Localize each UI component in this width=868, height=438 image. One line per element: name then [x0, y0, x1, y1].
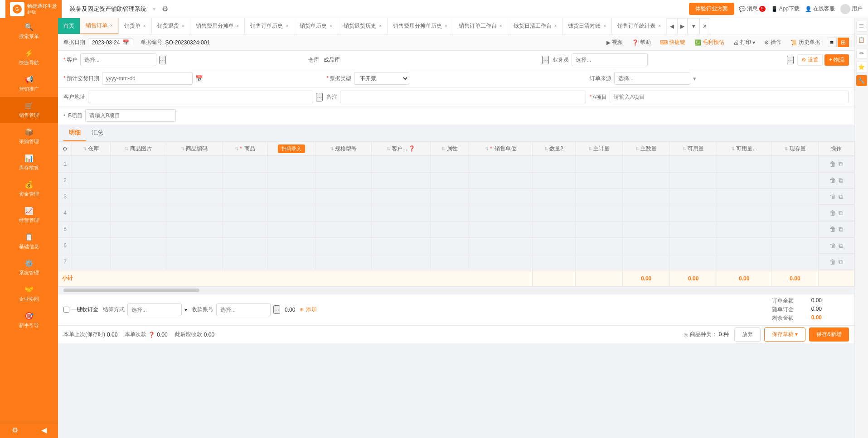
sidebar-item-basic[interactable]: 📋 基础信息 [0, 228, 58, 255]
payment-method-input[interactable] [127, 303, 182, 316]
tab-order-history[interactable]: 销售订单历史 × [245, 18, 294, 34]
sidebar-item-operations[interactable]: 📈 经营管理 [0, 202, 58, 228]
row-delete-btn-3[interactable]: 🗑 [829, 193, 837, 200]
scrollbar-thumb[interactable] [63, 289, 199, 292]
a-project-input[interactable] [610, 91, 849, 103]
delivery-calendar-icon[interactable]: 📅 [195, 75, 203, 82]
add-goods-btn[interactable]: + 物流 [824, 54, 849, 66]
row-copy-btn-3[interactable]: ⧉ [838, 193, 844, 201]
user-btn[interactable]: 用户 [840, 4, 863, 14]
settings-form-btn[interactable]: ⚙ 设置 [797, 54, 823, 66]
right-panel-btn-4[interactable]: ⭐ [856, 62, 867, 72]
online-service-btn[interactable]: 👤 在线客服 [805, 5, 835, 13]
tab-invoice-history[interactable]: 销货单历史 × [294, 18, 338, 34]
b-project-input[interactable] [85, 109, 176, 122]
gear-icon-btn[interactable]: ⚙ [162, 5, 168, 13]
row-copy-btn-1[interactable]: ⧉ [838, 160, 844, 168]
row-delete-btn-7[interactable]: 🗑 [829, 258, 837, 265]
video-btn[interactable]: ▶ 视频 [604, 37, 626, 48]
tab-order-workbench[interactable]: 销售订单工作台 × [453, 18, 508, 34]
tab-sales-invoice[interactable]: 销货单 × [119, 18, 152, 34]
customer-input[interactable] [80, 53, 156, 66]
warehouse-more-btn[interactable]: ··· [542, 56, 549, 64]
row-copy-btn-5[interactable]: ⧉ [838, 226, 844, 233]
salesperson-input[interactable] [572, 53, 648, 66]
sidebar-item-marketing[interactable]: 📢 营销推广 [0, 71, 58, 97]
tab-expense-split[interactable]: 销售费用分摊单 × [190, 18, 245, 34]
calendar-icon[interactable]: 📅 [122, 39, 129, 46]
row-copy-btn-2[interactable]: ⧉ [838, 177, 844, 184]
tab-close-sales-return[interactable]: × [182, 24, 184, 29]
row-delete-btn-6[interactable]: 🗑 [829, 242, 837, 249]
tab-close-cash-account[interactable]: × [603, 24, 606, 29]
tab-close-expense-split[interactable]: × [237, 24, 239, 29]
order-source-input[interactable] [614, 72, 690, 85]
sidebar-item-guide[interactable]: 🎯 新手引导 [0, 307, 58, 333]
horizontal-scrollbar[interactable] [63, 289, 849, 292]
salesperson-more-btn[interactable]: ··· [787, 56, 794, 64]
sidebar-collapse-btn[interactable]: ◀ [41, 426, 47, 434]
print-btn[interactable]: 🖨 打印 ▾ [731, 37, 758, 48]
tab-home[interactable]: 首页 [58, 18, 80, 34]
row-delete-btn-2[interactable]: 🗑 [829, 177, 837, 184]
tab-close-return-history[interactable]: × [379, 24, 382, 29]
shortcut-btn[interactable]: ⌨ 快捷键 [657, 37, 688, 48]
tab-cash-workbench[interactable]: 钱货日清工作台 × [508, 18, 563, 34]
customer-addr-more-btn[interactable]: ··· [316, 93, 323, 101]
operations-btn[interactable]: ⚙ 操作 [761, 37, 784, 48]
right-panel-btn-2[interactable]: 📋 [856, 34, 867, 45]
notes-input[interactable] [340, 91, 586, 103]
col-scan[interactable]: 扫码录入 [268, 142, 315, 156]
tab-close-order-history[interactable]: × [286, 24, 288, 29]
right-panel-btn-1[interactable]: ☰ [856, 21, 867, 32]
tab-close-invoice-history[interactable]: × [330, 24, 332, 29]
sidebar-settings-btn[interactable]: ⚙ [12, 426, 18, 434]
scan-enter-btn[interactable]: 扫码录入 [278, 144, 305, 153]
row-copy-btn-4[interactable]: ⧉ [838, 209, 844, 217]
tab-close-sales-invoice[interactable]: × [143, 24, 146, 29]
trial-industry-btn[interactable]: 体验行业方案 [689, 3, 734, 15]
tab-prev-btn[interactable]: ◀ [667, 18, 677, 34]
one-click-deposit-checkbox[interactable] [63, 307, 69, 313]
sidebar-item-enterprise[interactable]: 🤝 企业协同 [0, 281, 58, 307]
sidebar-item-inventory[interactable]: 📊 库存核算 [0, 149, 58, 176]
tab-sales-return[interactable]: 销货退货 × [152, 18, 190, 34]
sidebar-item-search[interactable]: 🔍 搜索菜单 [0, 18, 58, 44]
sidebar-item-quick-nav[interactable]: ⚡ 快捷导航 [0, 44, 58, 71]
tab-sales-stats[interactable]: 销售订单统计表 × [612, 18, 667, 34]
save-new-btn[interactable]: 保存&新增 [809, 327, 849, 342]
sidebar-item-sales[interactable]: 🛒 销售管理 [0, 97, 58, 123]
row-delete-btn-4[interactable]: 🗑 [829, 209, 837, 217]
tab-close-expense-history[interactable]: × [445, 24, 447, 29]
detail-tab-summary[interactable]: 汇总 [86, 125, 109, 141]
row-delete-btn-1[interactable]: 🗑 [829, 160, 837, 168]
right-panel-btn-3[interactable]: ✏ [856, 48, 867, 59]
save-draft-btn[interactable]: 保存草稿 ▾ [764, 327, 805, 342]
tab-close-sales-order[interactable]: × [110, 23, 113, 28]
tab-sales-order[interactable]: 销售订单 × [80, 18, 119, 34]
tab-close-all-btn[interactable]: ✕ [699, 18, 710, 34]
help-btn[interactable]: ❓ 帮助 [629, 37, 654, 48]
col-settings[interactable]: ⚙ [58, 142, 72, 156]
invoice-type-select[interactable]: 不开票 增值税普通发票 增值税专用发票 [354, 72, 409, 85]
tab-return-history[interactable]: 销货退货历史 × [338, 18, 388, 34]
sidebar-item-purchase[interactable]: 📦 采购管理 [0, 123, 58, 149]
sidebar-item-system[interactable]: ⚙️ 系统管理 [0, 255, 58, 281]
customer-more-btn[interactable]: ··· [159, 56, 166, 64]
tab-close-sales-stats[interactable]: × [658, 24, 661, 29]
history-order-btn[interactable]: 📜 历史单据 [788, 37, 823, 48]
sidebar-item-finance[interactable]: 💰 资金管理 [0, 176, 58, 202]
row-delete-btn-5[interactable]: 🗑 [829, 226, 837, 233]
account-more-btn[interactable]: ··· [273, 305, 280, 314]
detail-tab-detail[interactable]: 明细 [63, 125, 86, 141]
message-btn[interactable]: 💬 消息 9 [739, 5, 766, 13]
delivery-date-input[interactable] [102, 72, 193, 85]
profit-estimate-btn[interactable]: 💹 毛利预估 [692, 37, 727, 48]
right-panel-btn-5[interactable]: 🔧 [856, 75, 867, 86]
row-copy-btn-7[interactable]: ⧉ [838, 258, 844, 266]
tab-close-order-workbench[interactable]: × [499, 24, 502, 29]
customer-addr-input[interactable] [88, 91, 313, 103]
layout-grid-btn[interactable]: ⊞ [838, 38, 849, 47]
discard-btn[interactable]: 放弃 [734, 327, 761, 342]
tab-expense-history[interactable]: 销售费用分摊单历史 × [388, 18, 453, 34]
